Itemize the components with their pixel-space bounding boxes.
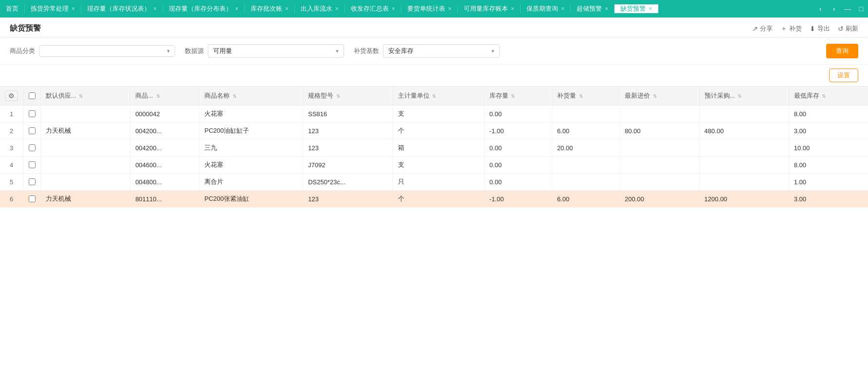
sort-icon-min-stock: ⇅ [822, 93, 826, 99]
cell-index-3: 4 [0, 157, 23, 174]
tab-inout-flow[interactable]: 出入库流水× [295, 4, 345, 13]
row-checkbox-5[interactable] [29, 195, 36, 202]
datasource-filter-group: 数据源 可用量 ▾ [185, 44, 344, 58]
category-select[interactable]: ▾ [39, 45, 175, 57]
cell-min-stock-3: 8.00 [789, 157, 868, 174]
cell-est-purchase-3 [699, 157, 789, 174]
tab-shortage[interactable]: 缺货预警× [615, 4, 658, 13]
tab-label-inventory-status: 现存量（库存状况表） [87, 4, 150, 13]
row-checkbox-2[interactable] [29, 144, 36, 151]
tab-inventory-status[interactable]: 现存量（库存状况表）× [81, 4, 163, 13]
cell-product-name-4: 离合片 [199, 174, 303, 191]
cell-index-5: 6 [0, 191, 23, 208]
cell-product-code-1: 004200... [130, 123, 199, 140]
data-table: ⚙ 默认供应... ⇅ 商品... ⇅ [0, 86, 868, 208]
cell-product-code-3: 004600... [130, 157, 199, 174]
cell-product-code-2: 004200... [130, 140, 199, 157]
col-header-spec[interactable]: 规格型号 ⇅ [303, 87, 393, 106]
col-header-default-supplier[interactable]: 默认供应... ⇅ [41, 87, 130, 106]
tab-label-available-ledger: 可用量库存账本 [464, 4, 508, 13]
query-button[interactable]: 查询 [826, 44, 858, 58]
col-header-settings: ⚙ [0, 87, 23, 106]
tab-expiry-query[interactable]: 保质期查询× [521, 4, 571, 13]
datasource-label: 数据源 [185, 47, 204, 55]
tab-close-inventory-dist[interactable]: × [235, 5, 238, 12]
table-row: 1 0000042 火花塞 SS816 支 0.00 8.00 [0, 106, 868, 123]
tab-overstock[interactable]: 超储预警× [571, 4, 615, 13]
tab-abnormal[interactable]: 拣货异常处理× [25, 4, 81, 13]
col-label-unit: 主计量单位 [398, 92, 430, 99]
col-header-latest-price[interactable]: 最新进价 ⇅ [619, 87, 699, 106]
tab-close-abnormal[interactable]: × [72, 5, 75, 12]
tab-home[interactable]: 首页 [0, 4, 25, 13]
tab-close-requisition-stats[interactable]: × [448, 5, 452, 12]
settings-button[interactable]: 设置 [829, 69, 858, 82]
tab-batch-account[interactable]: 库存批次账× [245, 4, 295, 13]
filter-row-1: 商品分类 ▾ 数据源 可用量 ▾ 补货基数 安全库存 ▾ 查询 [0, 38, 868, 65]
maximize-btn[interactable]: □ [854, 0, 868, 18]
select-all-checkbox[interactable] [29, 92, 36, 99]
sort-icon-est-purchase: ⇅ [738, 93, 741, 99]
tab-inventory-dist[interactable]: 现存量（库存分布表）× [163, 4, 245, 13]
col-header-min-stock[interactable]: 最低库存 ⇅ [789, 87, 868, 106]
col-header-stock-qty[interactable]: 库存量 ⇅ [484, 87, 552, 106]
tab-close-inout-flow[interactable]: × [335, 5, 339, 12]
replenish-base-select[interactable]: 安全库存 ▾ [383, 44, 500, 58]
cell-latest-price-4 [619, 174, 699, 191]
sort-icon-spec: ⇅ [336, 93, 340, 99]
cell-latest-price-0 [619, 106, 699, 123]
col-label-product-code: 商品... [135, 92, 153, 99]
tab-label-requisition-stats: 要货单统计表 [407, 4, 445, 13]
replenish-base-filter-group: 补货基数 安全库存 ▾ [354, 44, 500, 58]
row-checkbox-3[interactable] [29, 161, 36, 168]
tab-close-overstock[interactable]: × [605, 5, 608, 12]
cell-unit-1: 个 [393, 123, 484, 140]
tab-nav-prev[interactable]: ‹ [814, 0, 827, 18]
cell-supplier-3 [41, 157, 130, 174]
cell-stock-qty-3: 0.00 [484, 157, 552, 174]
col-label-default-supplier: 默认供应... [46, 92, 76, 99]
cell-supplier-0 [41, 106, 130, 123]
row-checkbox-4[interactable] [29, 178, 36, 185]
cell-stock-qty-2: 0.00 [484, 140, 552, 157]
tab-close-expiry-query[interactable]: × [561, 5, 564, 12]
cell-stock-qty-1: -1.00 [484, 123, 552, 140]
col-header-unit[interactable]: 主计量单位 ⇅ [393, 87, 484, 106]
tab-close-receipt-summary[interactable]: × [392, 5, 395, 12]
share-action[interactable]: ↗ 分享 [752, 24, 773, 33]
datasource-select[interactable]: 可用量 ▾ [208, 44, 344, 58]
col-header-product-code[interactable]: 商品... ⇅ [130, 87, 199, 106]
col-label-min-stock: 最低库存 [794, 92, 819, 99]
tab-close-inventory-status[interactable]: × [153, 5, 157, 12]
cell-spec-0: SS816 [303, 106, 393, 123]
column-settings-btn[interactable]: ⚙ [5, 90, 18, 101]
export-action[interactable]: ⬇ 导出 [810, 24, 830, 33]
col-header-product-name[interactable]: 商品名称 ⇅ [199, 87, 303, 106]
cell-supplier-4 [41, 174, 130, 191]
cell-product-name-2: 三九 [199, 140, 303, 157]
sort-icon-replenish-qty: ⇅ [579, 93, 583, 99]
tab-requisition-stats[interactable]: 要货单统计表× [401, 4, 458, 13]
tab-available-ledger[interactable]: 可用量库存账本× [458, 4, 521, 13]
cell-index-1: 2 [0, 123, 23, 140]
refresh-action[interactable]: ↺ 刷新 [838, 24, 858, 33]
table-wrapper: ⚙ 默认供应... ⇅ 商品... ⇅ [0, 86, 868, 208]
cell-checkbox-4 [23, 174, 41, 191]
tab-close-available-ledger[interactable]: × [511, 5, 514, 12]
tab-label-expiry-query: 保质期查询 [526, 4, 558, 13]
row-checkbox-0[interactable] [29, 110, 36, 117]
tab-close-shortage[interactable]: × [649, 5, 652, 12]
tab-nav-next[interactable]: › [827, 0, 841, 18]
minimize-btn[interactable]: — [841, 0, 854, 18]
refresh-icon: ↺ [838, 25, 844, 33]
col-header-est-purchase[interactable]: 预计采购... ⇅ [699, 87, 789, 106]
tab-receipt-summary[interactable]: 收发存汇总表× [345, 4, 401, 13]
col-header-replenish-qty[interactable]: 补货量 ⇅ [552, 87, 619, 106]
sort-icon-default-supplier: ⇅ [79, 93, 83, 99]
tab-close-batch-account[interactable]: × [285, 5, 289, 12]
table-row: 4 004600... 火花塞 J7092 支 0.00 8.00 [0, 157, 868, 174]
cell-index-2: 3 [0, 140, 23, 157]
tab-label-inout-flow: 出入库流水 [301, 4, 332, 13]
replenish-action[interactable]: ＋ 补货 [780, 24, 802, 33]
row-checkbox-1[interactable] [29, 127, 36, 134]
